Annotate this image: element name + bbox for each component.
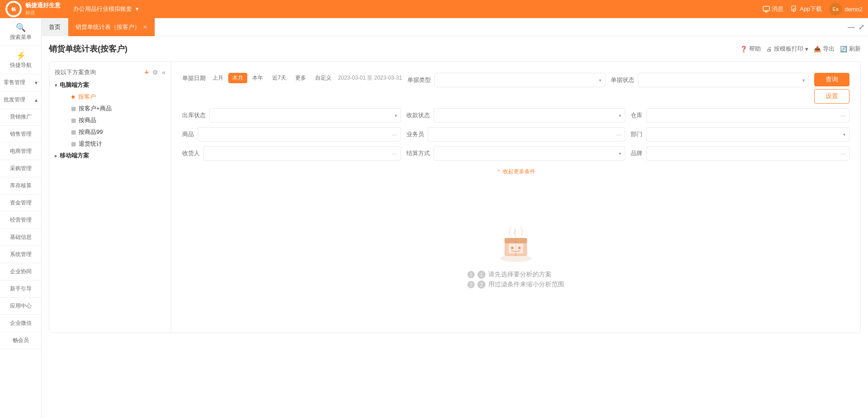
app-download-btn[interactable]: App下载	[791, 5, 822, 13]
goods-select[interactable]: ···	[198, 127, 401, 142]
doc-type-select[interactable]: ▾	[434, 73, 605, 87]
payment-status-select[interactable]: ▾	[434, 108, 625, 123]
collapse-filters-btn[interactable]: ⌃ 收起更多条件	[182, 165, 849, 178]
sidebar-item-inventory[interactable]: 库存核算	[0, 177, 41, 195]
filter-goods: 商品 ···	[182, 127, 401, 142]
page-actions: ❓ 帮助 🖨 按模板打印 ▾ 📤 导出	[740, 45, 861, 53]
filter-doc-type-item: 单据类型 ▾	[407, 73, 605, 87]
app-title: 畅捷通好生意 标搭	[25, 2, 61, 16]
filter-payment-method: 结算方式 ▾	[406, 146, 625, 161]
tab-home[interactable]: 首页	[42, 18, 68, 36]
maximize-icon[interactable]: ⤢	[859, 23, 864, 31]
tab-close-btn[interactable]: ✕	[143, 24, 147, 30]
svg-point-11	[518, 247, 521, 249]
brand-dots-icon: ···	[840, 150, 845, 157]
refresh-btn[interactable]: 🔄 刷新	[840, 45, 861, 53]
filter-dept: 部门 ▾	[631, 127, 849, 142]
sidebar-item-quicknav[interactable]: ⚡ 快捷导航	[0, 46, 41, 74]
main-area: 🔍 搜索菜单 ⚡ 快捷导航 零售管理 ▾ 批发管理 ▴ 营销推广 销售管理	[0, 18, 868, 418]
print-btn[interactable]: 🖨 按模板打印 ▾	[766, 45, 808, 53]
date-btn-custom[interactable]: 自定义	[311, 73, 335, 83]
quicknav-icon: ⚡	[2, 51, 39, 61]
sidebar-item-wechat[interactable]: 企业微信	[0, 315, 41, 332]
date-btn-this-month[interactable]: 本月	[228, 73, 247, 83]
date-btn-last-month[interactable]: 上月	[208, 73, 227, 83]
dept-select[interactable]: ▾	[646, 127, 849, 142]
query-button[interactable]: 查询	[814, 73, 849, 86]
user-menu[interactable]: Ea demo2	[829, 3, 863, 15]
print-dropdown-icon: ▾	[805, 46, 808, 52]
out-status-arrow-icon: ▾	[395, 113, 397, 118]
company-select[interactable]: 办公用品行业模拟账套 ▾	[73, 5, 139, 13]
filter-receiver: 收货人 ···	[182, 146, 401, 161]
scheme-settings-icon[interactable]: ⚙	[152, 69, 158, 76]
sidebar-item-newuser[interactable]: 新手引导	[0, 280, 41, 298]
sidebar-item-ecommerce[interactable]: 电商管理	[0, 143, 41, 160]
out-status-select[interactable]: ▾	[209, 108, 401, 123]
brand-select[interactable]: ···	[646, 146, 849, 161]
sidebar-item-member[interactable]: 畅会员	[0, 332, 41, 349]
help-icon: ❓	[740, 46, 747, 52]
help-btn[interactable]: ❓ 帮助	[740, 45, 761, 53]
chevron-up-icon: ▴	[35, 97, 38, 103]
tree-node-mobile[interactable]: ▸ 移动端方案	[49, 150, 171, 162]
empty-illustration	[489, 220, 543, 265]
filter-out-status: 出库状态 ▾	[182, 108, 401, 123]
dept-arrow-icon: ▾	[843, 132, 845, 137]
sidebar-item-finance[interactable]: 资金管理	[0, 195, 41, 212]
filter-warehouse: 仓库 ···	[631, 108, 849, 123]
svg-point-10	[511, 247, 514, 249]
collapse-panel-icon[interactable]: «	[162, 69, 165, 76]
page-inner: 销货单统计表(按客户) ❓ 帮助 🖨 按模板打印 ▾	[42, 36, 868, 418]
filter-payment-status: 收款状态 ▾	[406, 108, 625, 123]
tree-node-pc[interactable]: ▾ 电脑端方案	[49, 79, 171, 91]
tree-child-goods[interactable]: ▦ 按商品	[49, 114, 171, 126]
sidebar-item-purchase[interactable]: 采购管理	[0, 160, 41, 177]
content-layout: 按以下方案查询 + ⚙ « ▾ 电脑端方案	[49, 62, 861, 333]
payment-method-arrow-icon: ▾	[619, 151, 621, 156]
sidebar-item-basic[interactable]: 基础信息	[0, 229, 41, 246]
tree-child-customer[interactable]: ● 按客户	[49, 91, 171, 103]
filter-row-2: 出库状态 ▾ 收款状态	[182, 108, 849, 123]
avatar: Ea	[829, 3, 842, 15]
receiver-dots-icon: ···	[392, 150, 397, 157]
sidebar-item-operations[interactable]: 经营管理	[0, 212, 41, 229]
empty-state: 1 请先选择要分析的方案 2 用过滤条件来缩小分析范围	[177, 184, 855, 327]
sidebar-item-apps[interactable]: 应用中心	[0, 298, 41, 315]
customer-active-icon: ●	[71, 93, 75, 101]
table-icon-2: ▦	[71, 117, 76, 124]
date-btn-more[interactable]: 更多	[291, 73, 310, 83]
page-content: 销货单统计表(按客户) ❓ 帮助 🖨 按模板打印 ▾	[42, 36, 868, 418]
chevron-down-icon: ▾	[35, 80, 38, 86]
left-panel-header: 按以下方案查询 + ⚙ «	[49, 66, 171, 79]
query-buttons: 查询 设置	[814, 73, 849, 104]
tab-sales-stats[interactable]: 销货单统计表（按客户） ✕	[68, 18, 155, 36]
date-btn-7days[interactable]: 近7天	[268, 73, 290, 83]
minimize-icon[interactable]: —	[848, 23, 855, 31]
sidebar-item-sales[interactable]: 销售管理	[0, 126, 41, 143]
settings-button[interactable]: 设置	[814, 89, 849, 104]
left-panel: 按以下方案查询 + ⚙ « ▾ 电脑端方案	[49, 62, 171, 332]
tree-child-customer-goods[interactable]: ▦ 按客户+商品	[49, 103, 171, 114]
svg-rect-2	[763, 6, 769, 11]
tree-child-goods99[interactable]: ▦ 按商品99	[49, 126, 171, 138]
date-btn-this-year[interactable]: 本年	[248, 73, 267, 83]
doc-status-select[interactable]: ▾	[638, 73, 809, 87]
warehouse-select[interactable]: ···	[646, 108, 849, 123]
sidebar-item-marketing[interactable]: 营销推广	[0, 109, 41, 126]
sidebar-item-retail[interactable]: 零售管理 ▾	[0, 74, 41, 91]
sidebar-item-enterprise[interactable]: 企业协同	[0, 263, 41, 280]
payment-method-select[interactable]: ▾	[434, 146, 625, 161]
sidebar-item-search[interactable]: 🔍 搜索菜单	[0, 18, 41, 46]
warehouse-dots-icon: ···	[840, 112, 845, 119]
doc-status-arrow-icon: ▾	[802, 78, 805, 83]
message-btn[interactable]: 消息	[763, 5, 783, 13]
add-scheme-btn[interactable]: +	[145, 68, 149, 76]
export-btn[interactable]: 📤 导出	[814, 45, 835, 53]
sidebar-item-system[interactable]: 系统管理	[0, 246, 41, 263]
tree-child-return[interactable]: ▦ 退货统计	[49, 138, 171, 150]
date-range-text: 2023-03-01 至 2023-03-31	[338, 74, 402, 82]
receiver-select[interactable]: ···	[203, 146, 401, 161]
sidebar-item-wholesale[interactable]: 批发管理 ▴	[0, 91, 41, 109]
salesman-select[interactable]: ···	[428, 127, 625, 142]
